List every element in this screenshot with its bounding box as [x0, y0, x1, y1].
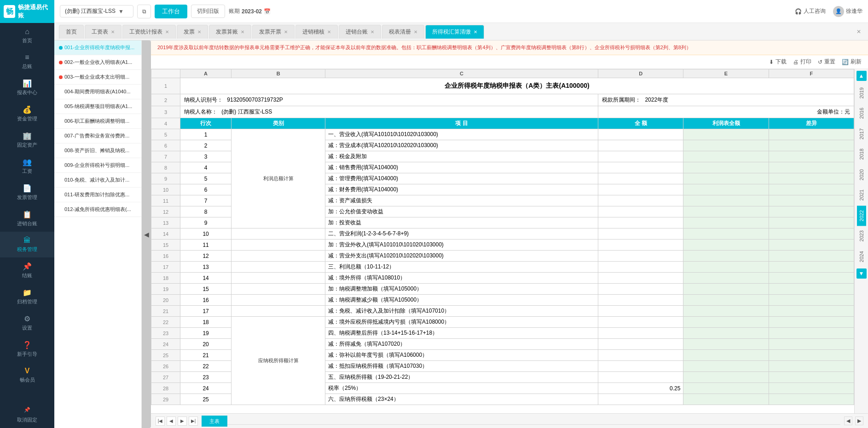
topbar: (勿删) 江西服宝-LSS ▼ ⧉ 工作台 切到旧版 账期 2023-02 📅 …: [54, 0, 868, 23]
sidebar-item-member[interactable]: V 畅会员: [0, 362, 54, 388]
sheet-tab-main[interactable]: 主表: [202, 416, 227, 427]
download-button[interactable]: ⬇ 下载: [769, 58, 787, 66]
panel-toggle-button[interactable]: ◀: [142, 40, 151, 428]
refresh-icon: 🔄: [842, 59, 849, 65]
scroll-left-icon[interactable]: ◀: [844, 417, 852, 425]
left-panel-item-003[interactable]: 003-一般企业成本支出明细...: [54, 70, 141, 85]
left-panel-item-012[interactable]: 012-减免所得税优惠明细表(...: [54, 202, 141, 217]
sidebar-item-assets[interactable]: 🏢 固定资产: [0, 127, 54, 153]
year-scroll-down-controls: ▼: [855, 267, 868, 280]
closing-icon: 📌: [23, 262, 32, 271]
year-2020[interactable]: 2020: [857, 165, 866, 185]
left-panel-item-006[interactable]: 006-职工薪酬纳税调整明细...: [54, 114, 141, 129]
left-panel-item-011[interactable]: 011-研发费用加计扣除优惠...: [54, 188, 141, 202]
tab-sales-ledger-close[interactable]: ✕: [370, 29, 374, 34]
tab-sales-audit[interactable]: 进销稽核 ✕: [295, 25, 338, 39]
year-2024[interactable]: 2024: [857, 246, 866, 267]
tab-income-tax-close[interactable]: ✕: [474, 29, 477, 34]
tab-invoice-close[interactable]: ✕: [197, 29, 201, 34]
sheet-nav-first[interactable]: |◀: [156, 417, 165, 426]
tab-income-tax[interactable]: 所得税汇算清缴 ✕: [425, 25, 484, 39]
scroll-up-button[interactable]: ▲: [856, 71, 867, 81]
left-panel-item-008[interactable]: 008-资产折旧、摊销及纳税...: [54, 143, 141, 158]
year-sidebar: ▲ 2019 2016 2017 2018 2020 2021 2022 202…: [854, 69, 868, 413]
spreadsheet[interactable]: A B C D E F 1 企业所: [151, 69, 854, 413]
sidebar-item-settings[interactable]: ⚙ 设置: [0, 310, 54, 336]
sidebar-item-archive[interactable]: 📁 归档管理: [0, 284, 54, 310]
sheet-nav-next[interactable]: ▶: [178, 417, 187, 426]
tab-invoice[interactable]: 发票 ✕: [177, 25, 208, 39]
period-switch-button[interactable]: 切到旧版: [191, 5, 225, 18]
print-button[interactable]: 🖨 打印: [793, 58, 811, 66]
tab-close-all-icon[interactable]: ✕: [854, 27, 863, 36]
year-2017[interactable]: 2017: [857, 124, 866, 144]
scroll-right-icon[interactable]: ▶: [855, 417, 863, 425]
sidebar-item-ledger[interactable]: ≡ 总账: [0, 49, 54, 74]
tab-tax-table-close[interactable]: ✕: [414, 29, 417, 34]
sheet-nav-prev[interactable]: ◀: [167, 417, 176, 426]
sidebar-label-archive: 归档管理: [17, 298, 37, 305]
tab-invoice-open[interactable]: 发票开票 ✕: [252, 25, 295, 39]
tab-invoice-open-close[interactable]: ✕: [284, 29, 288, 34]
sidebar-item-funds[interactable]: 💰 资金管理: [0, 101, 54, 127]
sidebar-item-home[interactable]: ⌂ 首页: [0, 23, 54, 49]
left-panel-item-004[interactable]: 004-期间费用明细表(A1040...: [54, 85, 141, 99]
sidebar-item-payroll[interactable]: 👥 工资: [0, 153, 54, 179]
refresh-button[interactable]: 🔄 刷新: [842, 58, 862, 66]
company-selector[interactable]: (勿删) 江西服宝-LSS ▼: [60, 5, 133, 17]
tab-payroll-stats-close[interactable]: ✕: [165, 29, 169, 34]
sidebar-item-tax[interactable]: 🏛 税务管理: [0, 232, 54, 257]
tab-sales-audit-close[interactable]: ✕: [327, 29, 331, 34]
company-name: (勿删) 江西服宝-LSS: [65, 7, 116, 15]
tab-payroll[interactable]: 工资表 ✕: [85, 25, 122, 39]
ai-service-button[interactable]: 🎧 人工咨询: [795, 7, 826, 15]
sheet-nav-last[interactable]: ▶|: [189, 417, 198, 426]
col-header-diff: 差异: [769, 118, 854, 129]
left-panel-item-005[interactable]: 005-纳税调整项目明细表(A1...: [54, 99, 141, 114]
tab-invoice-calc-close[interactable]: ✕: [241, 29, 244, 34]
left-panel-item-001[interactable]: 001-企业所得税年度纳税申报...: [54, 40, 141, 55]
sidebar-item-invoices[interactable]: 📄 发票管理: [0, 179, 54, 205]
year-2023[interactable]: 2023: [857, 226, 866, 246]
workspace-button[interactable]: 工作台: [155, 5, 187, 18]
table-row: 20 16 减：纳税调整减少额（填写A105000）: [151, 295, 854, 306]
copy-button[interactable]: ⧉: [137, 5, 151, 18]
year-2016[interactable]: 2016: [857, 103, 866, 123]
year-2018[interactable]: 2018: [857, 144, 866, 164]
left-panel-label-012: 012-减免所得税优惠明细表(...: [64, 206, 131, 213]
tab-home[interactable]: 首页: [59, 25, 84, 39]
reset-button[interactable]: ↺ 重置: [818, 58, 835, 66]
year-2019[interactable]: 2019: [857, 83, 866, 103]
year-2021[interactable]: 2021: [857, 185, 866, 205]
left-panel-label-003: 003-一般企业成本支出明细...: [64, 74, 129, 80]
calendar-icon[interactable]: 📅: [264, 8, 271, 15]
tab-tax-table[interactable]: 税表清册 ✕: [382, 25, 424, 39]
sidebar-item-closing[interactable]: 📌 结账: [0, 257, 54, 284]
tab-payroll-stats[interactable]: 工资统计报表 ✕: [122, 25, 176, 39]
chevron-down-icon: ▼: [118, 8, 124, 15]
tab-payroll-label: 工资表: [92, 28, 108, 36]
unpin-label: 取消固定: [17, 417, 37, 423]
user-menu[interactable]: 👤 徐逢华: [833, 6, 862, 17]
year-2022[interactable]: 2022: [857, 205, 866, 226]
sidebar-unpin[interactable]: 📌 取消固定: [0, 402, 54, 428]
tab-sales-audit-label: 进销稽核: [302, 28, 324, 36]
tab-sales-ledger[interactable]: 进销台账 ✕: [339, 25, 381, 39]
table-row-3: 3 纳税人名称： (勿删) 江西服宝-LSS 金额单位：元: [151, 106, 854, 118]
tab-payroll-close[interactable]: ✕: [111, 29, 115, 34]
left-panel-item-007[interactable]: 007-广告费和业务宣传费跨...: [54, 129, 141, 143]
col-c-header: C: [325, 69, 598, 78]
sidebar-item-sales[interactable]: 📋 进销台账: [0, 205, 54, 232]
sidebar-item-guide[interactable]: ❓ 新手引导: [0, 336, 54, 362]
left-panel-item-002[interactable]: 002-一般企业收入明细表(A1...: [54, 55, 141, 70]
left-panel-label-004: 004-期间费用明细表(A1040...: [64, 88, 131, 95]
left-panel-item-010[interactable]: 010-免税、减计收入及加计...: [54, 173, 141, 188]
scroll-down-button[interactable]: ▼: [856, 268, 867, 279]
sidebar-item-reports[interactable]: 📊 报表中心: [0, 74, 54, 101]
sidebar-label-sales: 进销台账: [17, 220, 37, 227]
sheet-title: 企业所得税年度纳税申报表（A类）主表(A100000): [180, 78, 854, 94]
tab-invoice-calc[interactable]: 发票算账 ✕: [209, 25, 251, 39]
period-display: 账期 2023-02 📅: [229, 7, 271, 15]
left-panel-item-009[interactable]: 009-企业所得税补亏损明细...: [54, 158, 141, 173]
period-label: 账期: [229, 7, 240, 15]
